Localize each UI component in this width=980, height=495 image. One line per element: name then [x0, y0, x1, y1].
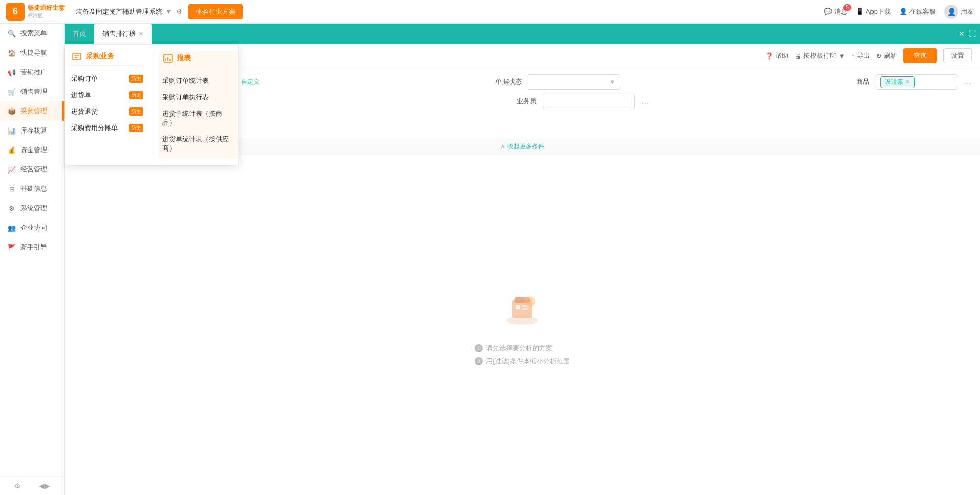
sidebar-item-enterprise[interactable]: 👥 企业协同 — [0, 218, 64, 238]
system-name-area: 装备及固定资产辅助管理系统 ▼ ⚙ — [76, 7, 188, 16]
tip-num-2: ② — [475, 357, 483, 365]
purchase-col-title-text: 采购业务 — [86, 52, 114, 61]
order-exec-label: 采购订单执行表 — [162, 93, 209, 102]
inbound-stats-supplier-label: 进货单统计表（按供应商） — [162, 135, 235, 153]
help-icon: ❓ — [765, 52, 773, 60]
tip-num-1: ① — [475, 344, 483, 352]
online-service-label: 在线客服 — [909, 7, 936, 16]
cube-icon: 📊 — [7, 126, 16, 135]
tab-close-icon[interactable]: ✕ — [139, 31, 143, 37]
phone-icon: 📱 — [856, 8, 864, 15]
goods-filter-input[interactable]: 设计素 ✕ — [876, 74, 957, 90]
sidebar-item-finance[interactable]: 💰 资金管理 — [0, 140, 64, 160]
dropdown-item-order-stats[interactable]: 采购订单统计表 — [162, 73, 235, 89]
tab-sales-rank[interactable]: 销售排行榜 ✕ — [94, 24, 152, 44]
query-btn[interactable]: 查询 — [903, 48, 937, 63]
dropdown-item-inbound-stats-supplier[interactable]: 进货单统计表（按供应商） — [162, 131, 235, 157]
sidebar-item-operation[interactable]: 📈 经营管理 — [0, 160, 64, 179]
sidebar-item-purchase[interactable]: 📦 采购管理 — [0, 101, 64, 121]
help-btn[interactable]: ❓ 帮助 — [765, 51, 789, 60]
refresh-label: 刷新 — [884, 51, 897, 60]
salesperson-input[interactable] — [543, 94, 635, 109]
purchase-col-title: 采购业务 — [71, 51, 143, 66]
settings-btn[interactable]: 设置 — [943, 48, 972, 63]
dropdown-divider — [154, 51, 154, 159]
sidebar-label-quicknav: 快捷导航 — [20, 48, 47, 57]
sidebar-item-search[interactable]: 🔍 搜索菜单 — [0, 24, 64, 43]
sidebar-label-search: 搜索菜单 — [20, 29, 47, 38]
voucher-status-dropdown-icon: ▼ — [609, 78, 615, 86]
search-icon: 🔍 — [7, 29, 16, 38]
svg-rect-7 — [73, 53, 81, 60]
sidebar-item-sales[interactable]: 🛒 销售管理 — [0, 82, 64, 101]
salesperson-more-options[interactable]: … — [641, 97, 649, 106]
dropdown-item-purchase-order[interactable]: 采购订单 历史 — [71, 71, 143, 87]
purchase-col: 采购业务 采购订单 历史 进货单 历史 进货退货 历史 采购费用分摊单 历史 — [65, 51, 150, 159]
inbound-history-badge: 历史 — [129, 91, 143, 99]
sidebar-item-guide[interactable]: 🚩 新手引导 — [0, 238, 64, 257]
top-bar-right: 💬 消息 5 📱 App下载 👤 在线客服 👤 用友 — [824, 5, 974, 19]
empty-state-icon — [497, 282, 548, 333]
inbound-stats-goods-label: 进货单统计表（按商品） — [162, 109, 235, 127]
tab-close-all-icon[interactable]: ✕ — [958, 30, 965, 38]
sidebar-item-basic[interactable]: ⊞ 基础信息 — [0, 179, 64, 199]
purchase-col-icon — [71, 51, 82, 62]
settings-icon[interactable]: ⚙ — [176, 8, 182, 15]
dropdown-item-inbound[interactable]: 进货单 历史 — [71, 87, 143, 103]
flag-icon: 🚩 — [7, 243, 16, 252]
tab-home-label: 首页 — [73, 29, 86, 38]
report-col-title: 报表 — [162, 53, 235, 68]
sidebar-label-guide: 新手引导 — [20, 243, 47, 252]
app-container: 6 畅捷通好生意 标准版 装备及固定资产辅助管理系统 ▼ ⚙ 体验行业方案 💬 … — [0, 0, 980, 495]
dropdown-item-return[interactable]: 进货退货 历史 — [71, 103, 143, 120]
sidebar-label-sales: 销售管理 — [20, 87, 47, 96]
report-col-icon — [162, 53, 174, 64]
logo-line1: 畅捷通好生意 — [28, 4, 65, 12]
svg-rect-3 — [516, 305, 520, 309]
order-stats-label: 采购订单统计表 — [162, 76, 209, 85]
voucher-status-select[interactable]: ▼ — [528, 74, 620, 90]
message-icon: 💬 — [824, 8, 832, 15]
empty-tip-1: ① 请先选择要分析的方案 — [475, 341, 569, 355]
help-label: 帮助 — [775, 51, 789, 60]
sidebar-collapse-btn[interactable]: ◀▶ — [39, 482, 50, 490]
sidebar-item-system[interactable]: ⚙ 系统管理 — [0, 199, 64, 218]
industry-btn[interactable]: 体验行业方案 — [188, 4, 243, 19]
cart-icon: 🛒 — [7, 87, 16, 96]
purchase-order-label: 采购订单 — [71, 74, 98, 83]
print-btn[interactable]: 🖨 按模板打印 ▼ — [795, 51, 845, 60]
tab-fullscreen-icon[interactable]: ⛶ — [969, 30, 976, 38]
sidebar-item-quicknav[interactable]: 🏠 快捷导航 — [0, 43, 64, 62]
goods-more-options[interactable]: … — [964, 77, 972, 87]
user-avatar: 👤 — [944, 5, 958, 19]
home-icon: 🏠 — [7, 48, 16, 57]
tab-home[interactable]: 首页 — [65, 24, 94, 44]
app-download-btn[interactable]: 📱 App下载 — [856, 7, 891, 16]
export-btn[interactable]: ↑ 导出 — [851, 51, 870, 60]
print-icon: 🖨 — [795, 52, 801, 60]
user-area[interactable]: 👤 用友 — [944, 5, 974, 19]
people-icon: 👥 — [7, 223, 16, 232]
tab-sales-rank-label: 销售排行榜 — [102, 29, 136, 38]
sidebar-settings-btn[interactable]: ⚙ — [14, 482, 21, 490]
sidebar-label-operation: 经营管理 — [20, 165, 47, 174]
sidebar-item-marketing[interactable]: 📢 营销推广 — [0, 62, 64, 82]
goods-tag-remove[interactable]: ✕ — [905, 78, 910, 85]
settings-icon-sidebar: ⚙ — [7, 204, 16, 213]
logo-icon: 6 — [6, 3, 25, 21]
refresh-btn[interactable]: ↻ 刷新 — [876, 51, 897, 60]
dropdown-item-expense[interactable]: 采购费用分摊单 历史 — [71, 120, 143, 136]
message-btn[interactable]: 💬 消息 5 — [824, 7, 847, 16]
date-preset-custom[interactable]: 自定义 — [241, 78, 260, 87]
purchase-order-history-badge: 历史 — [129, 75, 143, 83]
user-name: 用友 — [961, 7, 974, 16]
dropdown-item-inbound-stats-goods[interactable]: 进货单统计表（按商品） — [162, 105, 235, 131]
sidebar-label-finance: 资金管理 — [20, 145, 47, 155]
sidebar-item-inventory[interactable]: 📊 库存核算 — [0, 121, 64, 140]
system-dropdown-icon[interactable]: ▼ — [165, 8, 172, 15]
logo-text: 畅捷通好生意 标准版 — [28, 4, 65, 19]
online-service-btn[interactable]: 👤 在线客服 — [899, 7, 936, 16]
sidebar-label-system: 系统管理 — [20, 204, 47, 213]
sidebar-label-purchase: 采购管理 — [20, 106, 47, 116]
dropdown-item-order-exec[interactable]: 采购订单执行表 — [162, 89, 235, 105]
